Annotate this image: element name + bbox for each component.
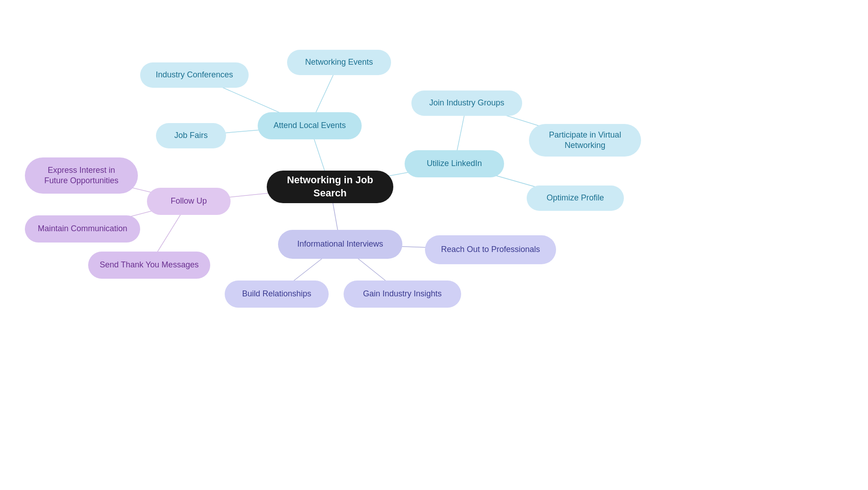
- optimize-profile-node: Optimize Profile: [527, 186, 624, 211]
- center-node: Networking in Job Search: [267, 171, 393, 203]
- maintain-communication-node: Maintain Communication: [25, 215, 140, 243]
- attend-local-events-node: Attend Local Events: [258, 112, 362, 139]
- industry-conferences-node: Industry Conferences: [140, 62, 249, 88]
- gain-insights-node: Gain Industry Insights: [344, 281, 461, 308]
- send-thank-you-node: Send Thank You Messages: [88, 252, 210, 279]
- build-relationships-node: Build Relationships: [225, 281, 329, 308]
- utilize-linkedin-node: Utilize LinkedIn: [405, 150, 504, 177]
- reach-out-node: Reach Out to Professionals: [425, 235, 556, 264]
- informational-interviews-node: Informational Interviews: [278, 230, 402, 259]
- job-fairs-node: Job Fairs: [156, 123, 226, 148]
- networking-events-node: Networking Events: [287, 50, 391, 75]
- participate-virtual-node: Participate in Virtual Networking: [529, 124, 641, 157]
- express-interest-node: Express Interest in Future Opportunities: [25, 157, 138, 194]
- follow-up-node: Follow Up: [147, 188, 231, 215]
- join-industry-groups-node: Join Industry Groups: [411, 90, 522, 116]
